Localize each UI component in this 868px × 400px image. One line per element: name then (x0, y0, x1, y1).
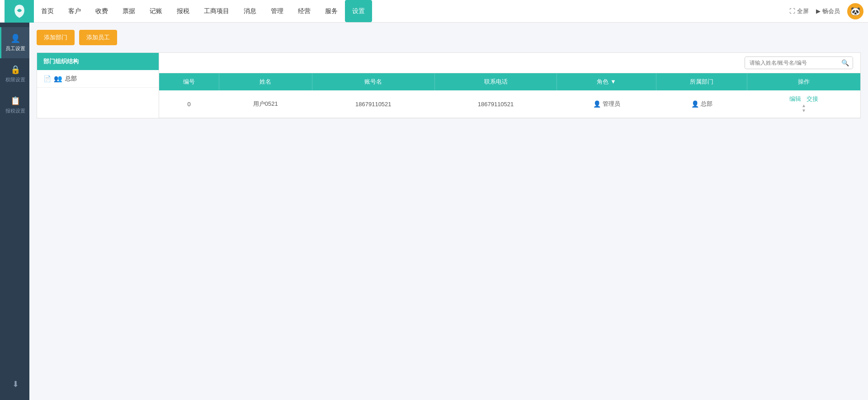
tree-panel: 部门组织结构 📄 👥 总部 (37, 53, 159, 118)
role-badge: 👤 管理员 (593, 100, 620, 108)
lock-icon: 🔒 (10, 65, 20, 75)
nav-item-fee[interactable]: 收费 (88, 0, 115, 22)
sidebar-item-download[interactable]: ⬇ (0, 373, 29, 395)
col-id: 编号 (159, 73, 219, 90)
sidebar-item-taxsettings[interactable]: 📋 报税设置 (0, 89, 29, 121)
nav-right-area: ⛶ 全屏 ▶ 畅会员 🐼 (789, 3, 863, 19)
dept-icon: 👤 (691, 100, 699, 108)
col-account: 账号名 (312, 73, 434, 90)
logo (5, 0, 34, 23)
fullscreen-button[interactable]: ⛶ 全屏 (789, 7, 809, 15)
nav-item-client[interactable]: 客户 (61, 0, 88, 22)
col-action: 操作 (747, 73, 860, 90)
download-icon: ⬇ (12, 379, 19, 389)
nav-item-message[interactable]: 消息 (236, 0, 264, 22)
nav-item-manage[interactable]: 管理 (264, 0, 291, 22)
search-bar: 🔍 (159, 53, 860, 73)
sidebar-item-employee[interactable]: 👤 员工设置 (0, 27, 29, 58)
nav-item-settings[interactable]: 设置 (345, 0, 372, 22)
employee-table: 编号 姓名 账号名 联系电话 角色 ▼ 所属部门 操作 0 用户0521 (159, 73, 860, 118)
sidebar: 👤 员工设置 🔒 权限设置 📋 报税设置 ⬇ (0, 23, 29, 400)
fullscreen-icon: ⛶ (789, 8, 795, 14)
nav-item-service[interactable]: 服务 (318, 0, 345, 22)
cell-role: 👤 管理员 (557, 90, 656, 118)
nav-item-operation[interactable]: 经营 (291, 0, 318, 22)
nav-item-bookkeeping[interactable]: 记账 (142, 0, 170, 22)
table-row: 0 用户0521 18679110521 18679110521 👤 管理员 (159, 90, 860, 118)
main-nav: 首页 客户 收费 票据 记账 报税 工商项目 消息 管理 经营 服务 设置 (34, 0, 789, 22)
cell-phone: 18679110521 (434, 90, 557, 118)
content-area: 部门组织结构 📄 👥 总部 🔍 (37, 52, 861, 118)
table-panel: 🔍 编号 姓名 账号名 联系电话 角色 ▼ 所属部门 操作 (159, 53, 860, 118)
edit-link[interactable]: 编辑 (789, 95, 801, 102)
cell-id: 0 (159, 90, 219, 118)
search-input[interactable] (745, 57, 838, 68)
sidebar-label-taxsettings: 报税设置 (5, 108, 25, 114)
search-button[interactable]: 🔍 (838, 57, 853, 69)
add-dept-button[interactable]: 添加部门 (37, 30, 75, 45)
sidebar-label-permission: 权限设置 (5, 76, 25, 83)
role-icon: 👤 (593, 100, 601, 108)
nav-item-home[interactable]: 首页 (34, 0, 61, 22)
nav-item-bill[interactable]: 票据 (115, 0, 142, 22)
transfer-link[interactable]: 交接 (807, 95, 818, 102)
sidebar-item-permission[interactable]: 🔒 权限设置 (0, 58, 29, 89)
row-scroll-arrows: ▲▼ (753, 103, 855, 113)
add-employee-button[interactable]: 添加员工 (79, 30, 117, 45)
tree-header: 部门组织结构 (37, 53, 159, 70)
fullscreen-label: 全屏 (797, 7, 809, 15)
main-content: 添加部门 添加员工 部门组织结构 📄 👥 总部 🔍 (29, 23, 868, 400)
toolbar: 添加部门 添加员工 (37, 30, 861, 45)
table-header-row: 编号 姓名 账号名 联系电话 角色 ▼ 所属部门 操作 (159, 73, 860, 90)
video-icon: ▶ (816, 8, 821, 14)
member-button[interactable]: ▶ 畅会员 (816, 7, 840, 15)
nav-item-business[interactable]: 工商项目 (197, 0, 236, 22)
dept-badge: 👤 总部 (691, 100, 712, 108)
cell-name: 用户0521 (219, 90, 312, 118)
cell-account: 18679110521 (312, 90, 434, 118)
top-navigation: 首页 客户 收费 票据 记账 报税 工商项目 消息 管理 经营 服务 设置 ⛶ … (0, 0, 868, 23)
app-layout: 👤 员工设置 🔒 权限设置 📋 报税设置 ⬇ 添加部门 添加员工 部门组织结 (0, 23, 868, 400)
member-label: 畅会员 (822, 7, 840, 15)
tree-item-label: 总部 (65, 75, 77, 83)
sidebar-label-employee: 员工设置 (5, 45, 25, 52)
user-group-icon: 👥 (54, 75, 62, 83)
role-label: 管理员 (603, 100, 620, 108)
sidebar-bottom: ⬇ (0, 373, 29, 400)
file-icon: 📄 (43, 75, 51, 82)
search-input-wrap: 🔍 (745, 56, 853, 69)
dept-label: 总部 (701, 100, 712, 108)
employee-icon: 👤 (10, 33, 20, 43)
tree-item-headquarters[interactable]: 📄 👥 总部 (37, 70, 159, 88)
col-phone: 联系电话 (434, 73, 557, 90)
cell-actions: 编辑 交接 ▲▼ (747, 90, 860, 118)
nav-item-tax[interactable]: 报税 (170, 0, 197, 22)
tax-settings-icon: 📋 (10, 96, 20, 106)
col-dept: 所属部门 (656, 73, 747, 90)
cell-dept: 👤 总部 (656, 90, 747, 118)
col-role[interactable]: 角色 ▼ (557, 73, 656, 90)
col-name: 姓名 (219, 73, 312, 90)
avatar[interactable]: 🐼 (847, 3, 863, 19)
